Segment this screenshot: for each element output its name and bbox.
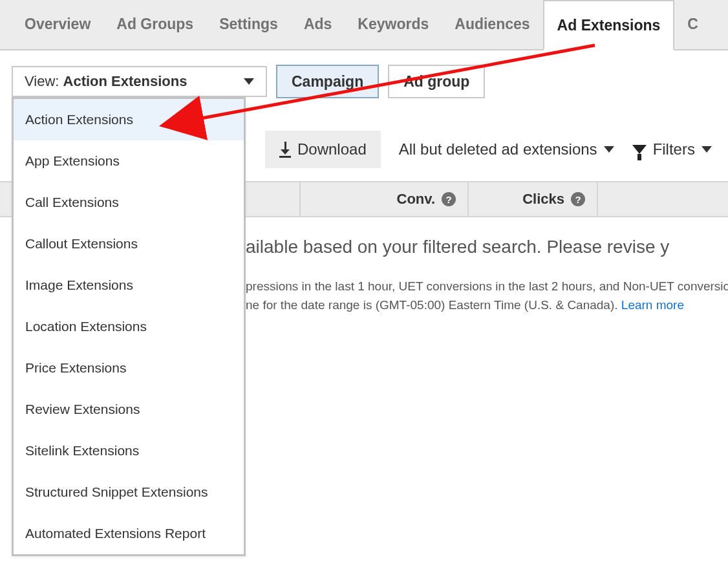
chevron-down-icon [244, 78, 254, 85]
column-more [598, 182, 728, 216]
note-line1: pressions in the last 1 hour, UET conver… [246, 279, 728, 293]
column-clicks-label: Clicks [522, 191, 564, 208]
download-icon [279, 142, 291, 158]
tab-ad-groups[interactable]: Ad Groups [103, 0, 206, 49]
view-selector-label: View: Action Extensions [25, 73, 187, 90]
dropdown-item-action-extensions[interactable]: Action Extensions [14, 99, 244, 140]
dropdown-item-sitelink-extensions[interactable]: Sitelink Extensions [14, 430, 244, 471]
scope-campaign-button[interactable]: Campaign [276, 65, 379, 98]
dropdown-item-location-extensions[interactable]: Location Extensions [14, 306, 244, 347]
filters-label: Filters [653, 140, 695, 158]
view-selector-dropdown: Action Extensions App Extensions Call Ex… [12, 97, 246, 556]
note-line2: ne for the date range is (GMT-05:00) Eas… [246, 298, 621, 312]
column-conv-label: Conv. [397, 191, 435, 208]
filter-icon [632, 145, 647, 154]
dropdown-item-price-extensions[interactable]: Price Extensions [14, 347, 244, 389]
tab-truncated[interactable]: C [674, 0, 711, 49]
main-tabbar: Overview Ad Groups Settings Ads Keywords… [0, 0, 728, 50]
filters-dropdown[interactable]: Filters [632, 140, 712, 158]
dropdown-item-review-extensions[interactable]: Review Extensions [14, 389, 244, 430]
dropdown-item-automated-extensions-report[interactable]: Automated Extensions Report [14, 513, 244, 554]
help-icon[interactable]: ? [442, 192, 456, 206]
dropdown-item-structured-snippet-extensions[interactable]: Structured Snippet Extensions [14, 471, 244, 513]
status-filter-dropdown[interactable]: All but deleted ad extensions [399, 140, 614, 158]
tab-keywords[interactable]: Keywords [345, 0, 442, 49]
view-prefix: View: [25, 73, 63, 89]
status-filter-label: All but deleted ad extensions [399, 140, 597, 158]
column-clicks[interactable]: Clicks ? [469, 182, 598, 216]
tab-ads[interactable]: Ads [291, 0, 345, 49]
tab-settings[interactable]: Settings [206, 0, 291, 49]
scope-ad-group-button[interactable]: Ad group [388, 65, 485, 98]
tab-ad-extensions[interactable]: Ad Extensions [543, 0, 675, 50]
dropdown-item-app-extensions[interactable]: App Extensions [14, 140, 244, 182]
learn-more-link[interactable]: Learn more [621, 298, 684, 312]
dropdown-item-callout-extensions[interactable]: Callout Extensions [14, 223, 244, 265]
chevron-down-icon [701, 146, 712, 153]
dropdown-item-image-extensions[interactable]: Image Extensions [14, 265, 244, 306]
chevron-down-icon [604, 146, 614, 153]
download-button[interactable]: Download [265, 131, 381, 168]
help-icon[interactable]: ? [571, 192, 585, 206]
view-selector[interactable]: View: Action Extensions [12, 66, 267, 97]
download-label: Download [297, 140, 367, 158]
tab-audiences[interactable]: Audiences [442, 0, 542, 49]
tab-overview[interactable]: Overview [12, 0, 103, 49]
dropdown-item-call-extensions[interactable]: Call Extensions [14, 182, 244, 223]
view-selected: Action Extensions [63, 73, 187, 89]
column-conv[interactable]: Conv. ? [301, 182, 469, 216]
